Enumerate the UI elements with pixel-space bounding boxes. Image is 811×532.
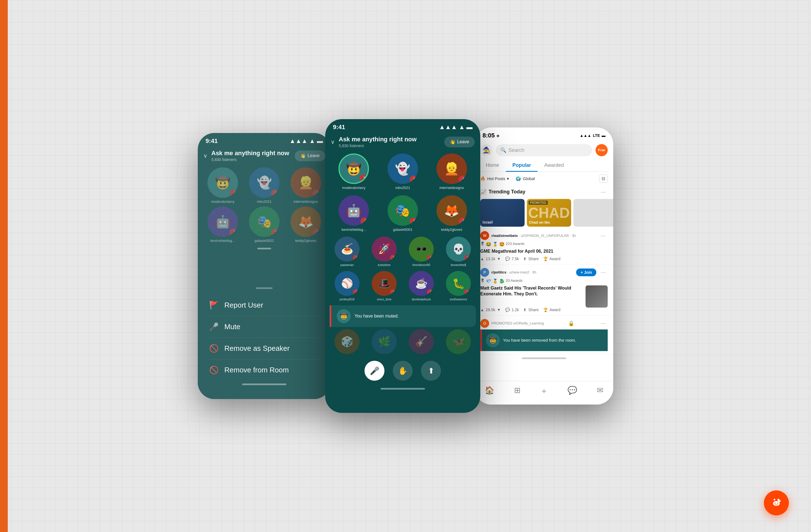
trending-more-button[interactable]: ··· [599,187,608,196]
comment-action-1[interactable]: 💬 7.5k [505,257,519,261]
avatar-item-p2-2[interactable]: 👻 🎤 mbv2021 [380,153,426,190]
nav-inbox[interactable]: ✉ [597,386,603,396]
sub-icon-2[interactable]: P [480,268,489,277]
share-action-2[interactable]: ⬆ Share [523,307,538,312]
share-action-1[interactable]: ⬆ Share [523,257,538,261]
leave-label-2: Leave [457,139,469,145]
award-icon-p2-2: 💎 [486,278,491,284]
tab-awarded[interactable]: Awarded [538,159,570,171]
chat-nav-icon: 💬 [568,386,577,395]
avatar-item-p2-3[interactable]: 👱 🎤 internetdesigns [428,153,475,190]
avatar-grid-1: 🤠 🎤 moderatorlarry 👻 🎤 mbv2021 👱 🎤 inter… [198,165,331,245]
post-more-1[interactable]: ··· [599,231,608,240]
avatar-name-p2-3: internetdesigns [440,186,464,190]
join-button-2[interactable]: + Join [576,269,596,276]
avatar-item-p2-7[interactable]: 🍝 🎤 pastaman [330,237,365,267]
scroll-indicator-1 [257,248,271,249]
remove-speaker-label: Remove as Speaker [224,344,290,353]
comment-action-2[interactable]: 💬 1.2k [505,307,519,312]
avatar-name-p2-4: kevinshieldsg... [341,227,366,232]
hot-posts-filter[interactable]: 🔥 Hot Posts ▾ [480,176,509,181]
avatar-item-p2-13[interactable]: ☕ 🎤 dumbstarbuck [404,271,439,301]
signal-icon-3: ▲▲▲ [580,133,591,138]
avatar-circle-p2-12: 🎩 🎤 [372,271,397,296]
bottom-bar-2: 🎤 ✋ ⬆ [325,356,480,385]
avatar-mic-p2-9: 🎤 [427,255,433,261]
share-button[interactable]: ⬆ [421,361,441,381]
avatar-name-p2-9: timrobinon90 [412,263,430,267]
nav-communities[interactable]: ⊞ [514,386,520,396]
award-action-1[interactable]: 🏆 Award [543,257,560,261]
notification-avatar: 🤠 [337,309,351,323]
signal-icon-1: ▲▲▲ [289,137,307,145]
downvote-icon-2: ▼ [497,307,501,312]
globe-icon: 🌍 [516,176,521,181]
avatar-circle-p2-18: 🦋 [446,329,471,354]
avatar-item-p2-16: 🌿 [367,329,402,354]
avatar-circle-p2-5: 🎭 🎤 [387,195,418,226]
avatar-item-p2-8[interactable]: 🚀 🎤 turbotime [367,237,402,267]
leave-button-2[interactable]: 👋 Leave [444,137,475,148]
room-header-1: ∨ Ask me anything right now 5,830 listen… [198,147,331,165]
israel-label: Israel [483,220,493,225]
expand-button[interactable]: ⊟ [599,174,608,183]
status-bar-1: 9:41 ▲▲▲ ▲ ▬ [198,133,331,147]
reddit-header: 🧙 🔍 Search Free [475,141,613,159]
sub-icon-1[interactable]: W [480,231,489,240]
avatar-item-p2-14[interactable]: 🐛 🎤 sortheworms [441,271,476,301]
report-user-item[interactable]: 🚩 Report User [198,294,331,316]
avatar-name-5: galaxie5001 [255,239,274,243]
tab-popular[interactable]: Popular [506,159,538,171]
report-user-label: Report User [224,301,263,309]
leave-button-1[interactable]: 👋 Leave [295,150,325,161]
svg-point-5 [774,499,775,500]
share-icon-1: ⬆ [523,257,526,261]
avatar-item-p2-11[interactable]: ⚾ 🎤 jomboy819 [330,271,365,301]
upvote-count-1: 13.1k [486,257,495,261]
award-action-2[interactable]: 🏆 Award [543,307,560,312]
avatar-item-6: 🦊 🎤 teddy2gloves [286,207,325,243]
avatar-item-p2-5[interactable]: 🎭 🎤 galaxie5001 [380,195,426,232]
mute-icon: 🎤 [209,322,219,331]
avatar-circle-p2-9: 🕶️ 🎤 [409,237,434,261]
upvote-action-1[interactable]: ▲ 13.1k ▼ [480,257,501,261]
remove-speaker-item[interactable]: 🚫 Remove as Speaker [198,338,331,359]
post-time-val-2: 3h [532,270,536,274]
post-more-promoted[interactable]: ··· [599,319,608,328]
trending-chad[interactable]: PROMOTED CHAD Chad on tbs [527,199,571,227]
user-avatar[interactable]: 🧙 [480,144,492,156]
avatar-item-p2-6[interactable]: 🦊 🎤 teddy2gloves [428,195,475,232]
upvote-action-2[interactable]: ▲ 26.5k ▼ [480,307,501,312]
sub-info-promoted: PROMOTED u/OReilly_Learning [491,321,544,325]
sub-info-2: r/politics · u/new-man2 · 3h [491,270,536,274]
free-badge[interactable]: Free [596,144,608,156]
avatar-mic-p2-7: 🎤 [353,255,359,261]
nav-home[interactable]: 🏠 [485,386,494,396]
global-filter[interactable]: 🌍 Global [516,176,535,181]
avatar-circle-4: 🤖 🎤 [208,207,238,237]
tab-home[interactable]: Home [479,159,506,171]
avatar-item-p2-4[interactable]: 🤖 🎤 kevinshieldsg... [331,195,377,232]
post-more-2[interactable]: ··· [599,268,608,276]
avatar-item-p2-12[interactable]: 🎩 🎤 cinco_time [367,271,402,301]
post-awards-1: 🎖 😂 🥇 🤩 223 Awards [480,242,608,247]
avatar-item-p2-9[interactable]: 🕶️ 🎤 timrobinon90 [404,237,439,267]
remove-room-item[interactable]: 🚫 Remove from Room [198,359,331,381]
downvote-icon-1: ▼ [497,257,501,261]
mute-item[interactable]: 🎤 Mute [198,316,331,337]
chevron-icon-2[interactable]: ∨ [331,139,335,145]
avatar-circle-p2-11: ⚾ 🎤 [335,271,359,296]
trending-israel[interactable]: Israel [480,199,525,227]
chevron-icon-1[interactable]: ∨ [203,152,208,159]
post-time-val-1: 3h [572,233,576,238]
nav-chat[interactable]: 💬 [568,386,577,396]
hand-button[interactable]: ✋ [393,361,413,381]
mic-button[interactable]: 🎤 [365,361,384,381]
award-icon-4: 🤩 [499,242,505,247]
search-bar[interactable]: 🔍 Search [496,144,592,156]
nav-create[interactable]: ＋ [540,386,548,396]
avatar-circle-p2-8: 🚀 🎤 [372,237,397,261]
avatar-item-p2-1[interactable]: 🤠 🎤 moderatorlarry [331,153,377,190]
avatar-item-p2-10[interactable]: 💀 🎤 bonesrthe$ [441,237,476,267]
avatar-item-3: 👱 🎤 internetdesigns [286,167,325,204]
